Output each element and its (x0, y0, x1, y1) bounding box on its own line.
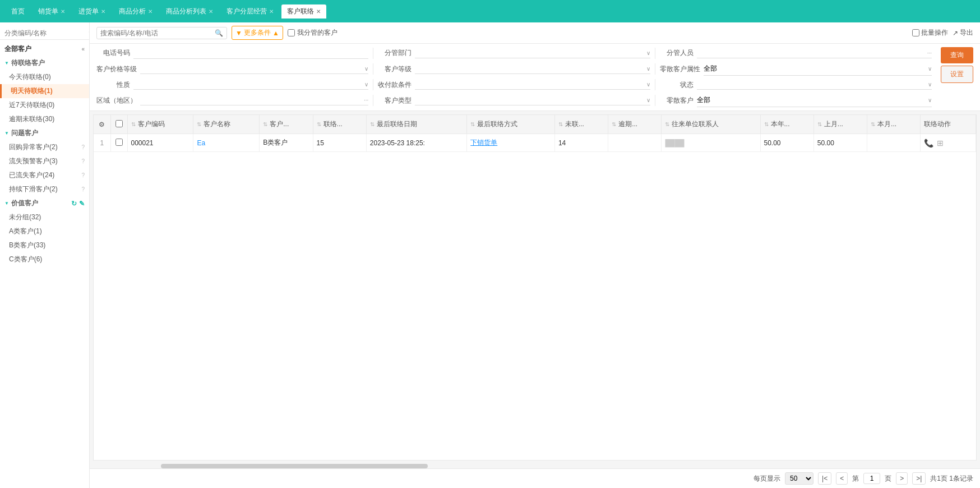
sidebar-all-customers[interactable]: 全部客户 « (0, 42, 89, 56)
help-icon-declining[interactable]: ? (81, 186, 85, 192)
toolbar-search-icon[interactable]: 🔍 (215, 29, 223, 37)
sidebar-item-7days-pending[interactable]: 近7天待联络(0) (0, 98, 89, 112)
phone-action-icon[interactable]: 📞 (924, 139, 933, 148)
th-checkbox[interactable] (110, 115, 127, 134)
filter-phone-input[interactable] (133, 47, 368, 59)
th-last-month[interactable]: ⇅上月... (813, 115, 867, 134)
th-year-amount[interactable]: ⇅本年... (760, 115, 813, 134)
help-icon-churned[interactable]: ? (81, 172, 85, 178)
per-page-select[interactable]: 50 100 200 (785, 472, 813, 485)
filter-retail-attr-select[interactable]: 全部 ∨ (704, 62, 932, 76)
horizontal-scrollbar[interactable] (90, 464, 980, 468)
sidebar-item-declining[interactable]: 持续下滑客户(2) ? (0, 182, 89, 196)
filter-region-label: 区域（地区） (96, 96, 137, 105)
th-last-month-label: 上月... (824, 119, 843, 129)
nav-product-analysis[interactable]: 商品分析 ✕ (113, 4, 158, 19)
th-contact-person[interactable]: ⇅往来单位联系人 (662, 115, 760, 134)
nav-customer-stratification[interactable]: 客户分层经营 ✕ (221, 4, 279, 19)
nav-customer-contact[interactable]: 客户联络 ✕ (281, 4, 326, 19)
th-last-contact-date[interactable]: ⇅最后联络日期 (366, 115, 466, 134)
more-conditions-btn[interactable]: ▼ 更多条件 ▲ (232, 26, 283, 40)
first-page-btn[interactable]: |< (818, 472, 831, 485)
nav-purchase-order[interactable]: 进货单 ✕ (73, 4, 111, 19)
row-checkbox[interactable] (115, 139, 123, 146)
sidebar-item-tomorrow-pending-label: 明天待联络(1) (11, 86, 53, 96)
filter-nature-label: 性质 (96, 80, 130, 90)
grid-action-icon[interactable]: ⊞ (937, 139, 944, 148)
nav-home[interactable]: 首页 (6, 4, 30, 19)
batch-op-btn[interactable]: 批量操作 (912, 28, 948, 38)
sidebar-item-b-customers[interactable]: B类客户(33) (0, 238, 89, 252)
my-customers-checkbox[interactable] (288, 29, 295, 36)
sidebar-item-abnormal-repurchase[interactable]: 回购异常客户(2) ? (0, 140, 89, 154)
nav-sales-order[interactable]: 销货单 ✕ (33, 4, 71, 19)
filter-customer-type-select[interactable]: ∨ (415, 95, 650, 105)
th-overdue[interactable]: ⇅逾期... (608, 115, 662, 134)
td-this-month-amount (867, 134, 921, 152)
help-icon-abnormal[interactable]: ? (81, 144, 85, 150)
filter-retail-customer-select[interactable]: 全部 ∨ (697, 94, 932, 107)
sidebar-item-tomorrow-pending[interactable]: 明天待联络(1) (0, 84, 89, 98)
filter-divider-1 (373, 48, 373, 59)
page-label: 第 (852, 474, 859, 484)
td-name[interactable]: Ea (193, 134, 260, 152)
sidebar-item-c-customers[interactable]: C类客户(6) (0, 252, 89, 266)
nav-customer-strat-label: 客户分层经营 (226, 7, 267, 16)
filter-retail-attr: 零散客户属性 全部 ∨ (660, 62, 932, 76)
sidebar-item-overdue-pending[interactable]: 逾期未联络(30) (0, 112, 89, 126)
nav-customer-strat-close-icon[interactable]: ✕ (269, 8, 274, 15)
nav-purchase-close-icon[interactable]: ✕ (101, 8, 105, 15)
my-customers-checkbox-area[interactable]: 我分管的客户 (288, 28, 338, 38)
last-page-btn[interactable]: >| (912, 472, 926, 485)
td-overdue (608, 134, 662, 152)
sidebar-item-a-customers[interactable]: A类客户(1) (0, 224, 89, 238)
filter-price-select[interactable]: ∨ (140, 64, 368, 74)
nav-purchase-label: 进货单 (78, 7, 99, 16)
search-input[interactable] (100, 29, 212, 37)
sort-icon-person: ⇅ (665, 121, 669, 127)
th-last-contact-method[interactable]: ⇅最后联络方式 (467, 115, 555, 134)
th-contact-count[interactable]: ⇅联络... (313, 115, 366, 134)
th-this-month[interactable]: ⇅本月... (867, 115, 921, 134)
sidebar-item-ungrouped[interactable]: 未分组(32) (0, 210, 89, 224)
last-method-link[interactable]: 下销货单 (470, 139, 497, 146)
filter-customer-level-select[interactable]: ∨ (415, 64, 650, 74)
th-config[interactable]: ⚙ (94, 115, 110, 134)
td-actions: 📞 ⊞ (921, 134, 976, 152)
td-checkbox[interactable] (110, 134, 127, 152)
query-btn[interactable]: 查询 (941, 47, 973, 63)
page-input[interactable] (863, 473, 880, 484)
filter-payment-select[interactable]: ∨ (415, 80, 650, 90)
sidebar-item-today-pending[interactable]: 今天待联络(0) (0, 70, 89, 84)
filter-manager-dots-icon: ··· (927, 50, 932, 56)
th-uncontacted[interactable]: ⇅未联... (554, 115, 608, 134)
filter-region-select[interactable]: ··· (140, 95, 368, 105)
filter-nature-select[interactable]: ∨ (133, 80, 368, 90)
nav-product-list-close-icon[interactable]: ✕ (209, 8, 213, 15)
edit-icon[interactable]: ✎ (79, 200, 85, 208)
scrollbar-thumb[interactable] (161, 464, 428, 468)
td-last-method[interactable]: 下销货单 (467, 134, 555, 152)
th-customer-code[interactable]: ⇅客户编码 (127, 115, 193, 134)
setting-btn[interactable]: 设置 (941, 66, 973, 83)
export-btn[interactable]: ↗ 导出 (953, 28, 973, 38)
nav-sales-close-icon[interactable]: ✕ (61, 8, 65, 15)
filter-manager-select[interactable]: ··· (697, 48, 932, 58)
filter-dept-select[interactable]: ∨ (415, 48, 650, 58)
refresh-icon[interactable]: ↻ (71, 200, 77, 208)
nav-product-analysis-list[interactable]: 商品分析列表 ✕ (160, 4, 219, 19)
sidebar-item-churned[interactable]: 已流失客户(24) ? (0, 168, 89, 182)
next-page-btn[interactable]: > (896, 472, 908, 485)
th-customer-cat[interactable]: ⇅客户... (260, 115, 313, 134)
select-all-checkbox[interactable] (115, 120, 123, 127)
sidebar-item-ungrouped-label: 未分组(32) (9, 213, 41, 222)
help-icon-churn-warning[interactable]: ? (81, 158, 85, 164)
sidebar-item-churn-warning[interactable]: 流失预警客户(3) ? (0, 154, 89, 168)
sidebar-search-input[interactable] (4, 29, 89, 37)
filter-status-select[interactable]: ∨ (697, 80, 932, 90)
prev-page-btn[interactable]: < (836, 472, 848, 485)
batch-op-checkbox[interactable] (912, 29, 919, 36)
nav-product-close-icon[interactable]: ✕ (148, 8, 152, 15)
nav-customer-contact-close-icon[interactable]: ✕ (316, 8, 321, 15)
th-customer-name[interactable]: ⇅客户名称 (193, 115, 260, 134)
